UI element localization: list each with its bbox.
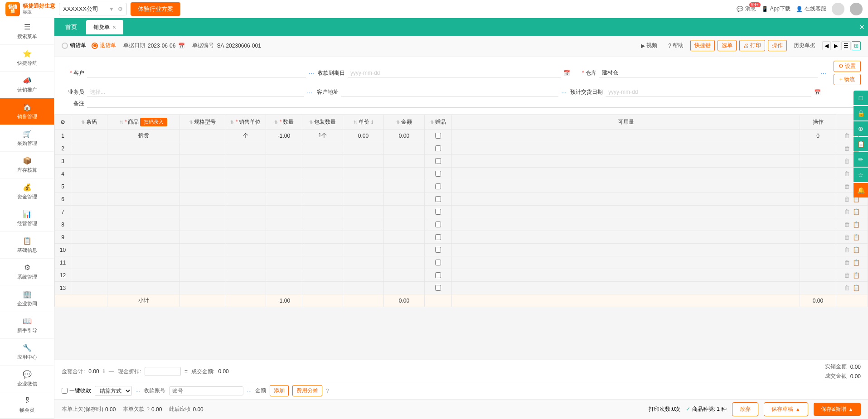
account-input[interactable] bbox=[169, 386, 243, 395]
sidebar-item-inventory[interactable]: 📦 库存核算 bbox=[0, 152, 54, 178]
action-select[interactable]: 选单 bbox=[718, 40, 737, 51]
delete-row-icon-10[interactable]: 🗑 bbox=[844, 246, 850, 253]
float-btn-5[interactable]: ✏ bbox=[853, 152, 868, 167]
radio-sales-order[interactable]: 销货单 bbox=[62, 42, 86, 49]
gift-checkbox-8[interactable] bbox=[435, 222, 441, 227]
float-btn-3[interactable]: ⊕ bbox=[853, 121, 868, 136]
gift-checkbox-12[interactable] bbox=[435, 272, 441, 278]
float-btn-6[interactable]: ☆ bbox=[853, 168, 868, 182]
notes-input[interactable] bbox=[87, 99, 861, 108]
tab-home[interactable]: 首页 bbox=[58, 23, 84, 31]
float-btn-2[interactable]: 🔒 bbox=[853, 106, 868, 120]
app-download-button[interactable]: 📱 App下载 bbox=[761, 5, 790, 13]
copy-row-icon-9[interactable]: 📋 bbox=[853, 234, 860, 241]
action-help[interactable]: ? 帮助 bbox=[664, 40, 688, 51]
address-select-btn[interactable]: ··· bbox=[561, 89, 567, 96]
collection-date-input[interactable] bbox=[348, 69, 561, 77]
delivery-calendar-icon[interactable]: 📅 bbox=[814, 89, 821, 96]
sidebar-item-finance[interactable]: 💰 资金管理 bbox=[0, 178, 54, 205]
float-btn-7[interactable]: 🔔 bbox=[853, 183, 868, 197]
gift-checkbox-3[interactable] bbox=[435, 158, 441, 164]
sidebar-item-search[interactable]: ☰ 搜索菜单 bbox=[0, 18, 54, 45]
settlement-select[interactable]: 结算方式 bbox=[95, 386, 132, 396]
trial-button[interactable]: 体验行业方案 bbox=[131, 2, 180, 16]
message-button[interactable]: 💬 消息 99+ bbox=[737, 5, 756, 13]
deficit-info-icon[interactable]: ? bbox=[146, 406, 150, 413]
logistics-button[interactable]: + 物流 bbox=[834, 74, 861, 85]
action-history[interactable]: 历史单据 bbox=[790, 40, 820, 51]
gift-checkbox-7[interactable] bbox=[435, 209, 441, 215]
gift-checkbox-11[interactable] bbox=[435, 260, 441, 265]
delete-row-icon-12[interactable]: 🗑 bbox=[844, 272, 850, 279]
salesman-select-btn[interactable]: ··· bbox=[307, 89, 312, 96]
action-print[interactable]: 🖨 打印 bbox=[739, 40, 765, 51]
sidebar-item-cooperation[interactable]: 🏢 企业协同 bbox=[0, 285, 54, 312]
gift-checkbox-6[interactable] bbox=[435, 196, 441, 202]
sidebar-item-business[interactable]: 📊 经营管理 bbox=[0, 205, 54, 232]
sidebar-item-sales[interactable]: 🏠 销售管理 bbox=[0, 98, 54, 125]
sidebar-item-basic[interactable]: 📋 基础信息 bbox=[0, 232, 54, 259]
delete-row-icon-11[interactable]: 🗑 bbox=[844, 259, 850, 266]
copy-row-icon-12[interactable]: 📋 bbox=[853, 272, 860, 279]
table-view-icon[interactable]: ⊞ bbox=[852, 41, 861, 50]
one-click-payment-checkbox[interactable]: 一键收款 bbox=[62, 387, 91, 395]
sidebar-item-apps[interactable]: 🔧 应用中心 bbox=[0, 339, 54, 366]
settings-icon[interactable]: ⚙ bbox=[118, 6, 123, 12]
add-payment-button[interactable]: 添加 bbox=[270, 385, 289, 396]
save-new-button[interactable]: 保存&新增 ▲ bbox=[814, 403, 861, 416]
delete-row-icon-1[interactable]: 🗑 bbox=[844, 132, 850, 139]
avatar-2[interactable] bbox=[850, 3, 863, 15]
save-draft-button[interactable]: 保存草稿 ▲ bbox=[764, 402, 808, 416]
delete-row-icon-13[interactable]: 🗑 bbox=[844, 284, 850, 291]
gift-checkbox-1[interactable] bbox=[435, 133, 441, 139]
warehouse-select-btn[interactable]: ··· bbox=[821, 69, 826, 77]
sidebar-item-guide[interactable]: 📖 新手引导 bbox=[0, 312, 54, 339]
sidebar-item-purchase[interactable]: 🛒 采购管理 bbox=[0, 125, 54, 152]
float-btn-1[interactable]: □ bbox=[853, 91, 868, 105]
tab-sales-order[interactable]: 销货单 × bbox=[86, 20, 123, 34]
delete-row-icon-7[interactable]: 🗑 bbox=[844, 208, 850, 215]
sidebar-item-wechat[interactable]: 💬 企业微信 bbox=[0, 366, 54, 392]
info-circle-icon[interactable]: ℹ bbox=[103, 368, 105, 375]
action-operation[interactable]: 操作 bbox=[768, 40, 787, 51]
discount-input[interactable] bbox=[145, 367, 181, 376]
copy-row-icon-10[interactable]: 📋 bbox=[853, 246, 860, 253]
copy-row-icon-7[interactable]: 📋 bbox=[853, 208, 860, 215]
expense-btn[interactable]: 费用分摊 bbox=[292, 385, 322, 396]
customer-select-btn[interactable]: ··· bbox=[309, 69, 314, 77]
delete-row-icon-9[interactable]: 🗑 bbox=[844, 234, 850, 241]
delete-row-icon-4[interactable]: 🗑 bbox=[844, 170, 850, 177]
customer-address-input[interactable] bbox=[341, 88, 558, 96]
grid-view-icon[interactable]: ☰ bbox=[841, 41, 851, 50]
discard-button[interactable]: 放弃 bbox=[732, 402, 758, 416]
gift-checkbox-13[interactable] bbox=[435, 285, 441, 291]
account-dots[interactable]: ··· bbox=[247, 388, 252, 394]
delete-row-icon-2[interactable]: 🗑 bbox=[844, 145, 850, 152]
company-selector[interactable]: XXXXXX公司 ▼ ⚙ bbox=[59, 3, 127, 15]
delete-row-icon-6[interactable]: 🗑 bbox=[844, 196, 850, 202]
sidebar-item-system[interactable]: ⚙ 系统管理 bbox=[0, 259, 54, 285]
warehouse-input[interactable] bbox=[599, 69, 818, 77]
gift-checkbox-4[interactable] bbox=[435, 171, 441, 177]
delete-row-icon-8[interactable]: 🗑 bbox=[844, 221, 850, 228]
gift-checkbox-5[interactable] bbox=[435, 183, 441, 189]
nav-next-icon[interactable]: ▶ bbox=[832, 41, 840, 50]
tab-bar-close[interactable]: × bbox=[859, 23, 864, 32]
online-service-button[interactable]: 👤 在线客服 bbox=[796, 5, 826, 13]
radio-return-order[interactable]: 退货单 bbox=[92, 42, 116, 49]
sidebar-item-marketing[interactable]: 📣 营销推广 bbox=[0, 72, 54, 98]
salesman-input[interactable] bbox=[87, 88, 304, 96]
customer-input[interactable] bbox=[87, 69, 306, 77]
nav-prev-icon[interactable]: ◀ bbox=[822, 41, 831, 50]
gift-checkbox-9[interactable] bbox=[435, 234, 441, 240]
sidebar-item-quick-nav[interactable]: ⭐ 快捷导航 bbox=[0, 45, 54, 72]
action-video[interactable]: ▶ 视频 bbox=[637, 40, 661, 51]
copy-row-icon-13[interactable]: 📋 bbox=[853, 284, 860, 291]
expense-help-icon[interactable]: ? bbox=[326, 388, 329, 394]
gift-checkbox-2[interactable] bbox=[435, 145, 441, 151]
copy-row-icon-11[interactable]: 📋 bbox=[853, 259, 860, 266]
float-btn-4[interactable]: 📋 bbox=[853, 137, 868, 151]
avatar[interactable] bbox=[832, 3, 844, 15]
collection-calendar-icon[interactable]: 📅 bbox=[563, 70, 570, 76]
th-settings[interactable]: ⚙ bbox=[55, 115, 71, 130]
